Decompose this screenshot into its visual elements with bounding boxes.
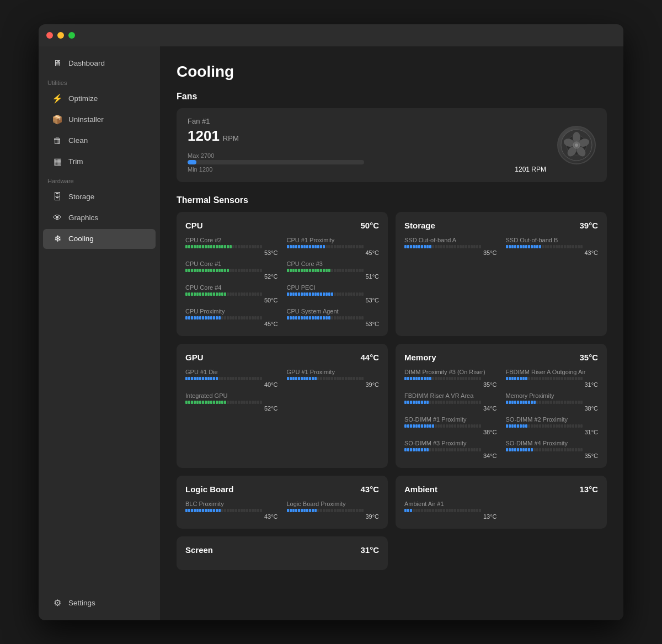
fan-rpm-unit: RPM (223, 134, 239, 142)
sidebar-item-cooling[interactable]: ❄ Cooling (43, 229, 156, 249)
storage-card-title: Storage (404, 221, 435, 230)
storage-card-header: Storage 39°C (404, 221, 598, 230)
sensor-bar (287, 509, 380, 512)
sensor-item-temp: 45°C (185, 321, 278, 327)
maximize-button[interactable] (68, 32, 75, 39)
sidebar-item-uninstaller[interactable]: 📦 Uninstaller (43, 110, 156, 130)
ambient-sensor-card: Ambient 13°C Ambient Air #113°C (396, 476, 607, 529)
sensor-item-name: CPU Core #1 (185, 260, 278, 267)
sensor-item-temp: 53°C (287, 297, 380, 304)
sensor-bar (185, 316, 278, 320)
sensor-item-name: SSD Out-of-band A (404, 237, 497, 243)
sensor-item: SO-DIMM #2 Proximity31°C (506, 416, 599, 435)
sensor-item-temp: 51°C (287, 273, 380, 280)
sensor-item-name: CPU Core #4 (185, 284, 278, 291)
sidebar-item-dashboard[interactable]: 🖥 Dashboard (43, 54, 156, 73)
gpu-sensor-card: GPU 44°C GPU #1 Die40°CGPU #1 Proximity3… (177, 344, 388, 468)
sensor-item: CPU Core #450°C (185, 284, 278, 304)
minimize-button[interactable] (57, 32, 64, 39)
sensor-item: SO-DIMM #1 Proximity38°C (404, 416, 497, 435)
sidebar-item-optimize[interactable]: ⚡ Optimize (43, 89, 156, 109)
sensor-item: SSD Out-of-band A35°C (404, 237, 497, 256)
page-title: Cooling (177, 63, 607, 81)
svg-point-2 (573, 132, 580, 143)
sensor-item-name: Integrated GPU (185, 392, 278, 399)
app-body: 🖥 Dashboard Utilities ⚡ Optimize 📦 Unins… (39, 46, 623, 620)
sensor-item: SO-DIMM #4 Proximity35°C (506, 440, 599, 459)
sensor-item-temp: 43°C (506, 249, 599, 256)
sensor-item: Memory Proximity38°C (506, 392, 599, 412)
logicboard-card-temp: 43°C (360, 485, 379, 494)
sensor-bar (287, 377, 380, 380)
sensor-item-temp: 38°C (404, 429, 497, 435)
storage-icon: 🗄 (52, 191, 63, 203)
sensor-item-name: DIMM Proximity #3 (On Riser) (404, 369, 497, 375)
sensor-bar (185, 377, 278, 380)
sidebar-label-dashboard: Dashboard (68, 59, 105, 67)
ambient-items-grid: Ambient Air #113°C (404, 501, 598, 520)
fan-rpm-value: 1201 (188, 127, 220, 145)
sidebar-item-graphics[interactable]: 👁 Graphics (43, 208, 156, 228)
sidebar-item-storage[interactable]: 🗄 Storage (43, 187, 156, 207)
sensor-item-temp: 34°C (404, 453, 497, 459)
sensor-item-name: BLC Proximity (185, 501, 278, 507)
cpu-sensor-card: CPU 50°C CPU Core #253°CCPU #1 Proximity… (177, 212, 388, 336)
memory-card-temp: 35°C (579, 353, 598, 362)
sensor-item: CPU System Agent53°C (287, 308, 380, 327)
storage-sensor-card: Storage 39°C SSD Out-of-band A35°CSSD Ou… (396, 212, 607, 336)
sensor-bar (404, 509, 497, 512)
sensor-item-name: FBDIMM Riser A Outgoing Air (506, 369, 599, 375)
sidebar-label-optimize: Optimize (68, 94, 98, 103)
sensor-item: DIMM Proximity #3 (On Riser)35°C (404, 369, 497, 388)
sensor-item-name: CPU Core #2 (185, 237, 278, 243)
gpu-card-header: GPU 44°C (185, 353, 379, 362)
fan-visual (557, 126, 596, 164)
sensor-bar (287, 269, 380, 272)
sidebar-label-graphics: Graphics (68, 214, 98, 222)
title-bar (39, 24, 623, 46)
sensor-item-temp: 52°C (185, 405, 278, 412)
sensor-item-temp: 40°C (185, 381, 278, 388)
sidebar-item-settings[interactable]: ⚙ Settings (43, 593, 156, 613)
sidebar-item-clean[interactable]: 🗑 Clean (43, 131, 156, 151)
sensor-bar (506, 401, 599, 404)
sensor-bar (506, 448, 599, 451)
gpu-card-title: GPU (185, 353, 204, 362)
sensor-bar (404, 424, 497, 428)
sensor-bar (185, 509, 278, 512)
clean-icon: 🗑 (52, 135, 63, 146)
sensor-item: SO-DIMM #3 Proximity34°C (404, 440, 497, 459)
sensor-bar (287, 245, 380, 248)
logicboard-card-title: Logic Board (185, 485, 234, 494)
screen-card-temp: 31°C (360, 545, 379, 555)
storage-items-grid: SSD Out-of-band A35°CSSD Out-of-band B43… (404, 237, 598, 256)
sidebar-label-storage: Storage (68, 193, 94, 201)
fan-max-label: Max 2700 (188, 152, 546, 159)
sensor-item-name: SSD Out-of-band B (506, 237, 599, 243)
svg-point-8 (575, 143, 578, 147)
sensor-item-temp: 52°C (185, 273, 278, 280)
fan-bar-fill (188, 160, 196, 164)
sensor-item-name: CPU PECI (287, 284, 380, 291)
fan-info: Fan #1 1201 RPM Max 2700 Min 1200 1201 R… (188, 117, 546, 173)
sensor-item: FBDIMM Riser A VR Area34°C (404, 392, 497, 412)
fan-card: Fan #1 1201 RPM Max 2700 Min 1200 1201 R… (177, 108, 607, 182)
sensor-bar (185, 292, 278, 296)
main-content: Cooling Fans Fan #1 1201 RPM Max 2700 (160, 46, 623, 620)
sensor-item-temp: 31°C (506, 381, 599, 388)
sensor-item-temp: 53°C (185, 249, 278, 256)
sensor-bar (185, 401, 278, 404)
sidebar-item-trim[interactable]: ▦ Trim (43, 152, 156, 172)
sensor-item: CPU Proximity45°C (185, 308, 278, 327)
screen-card-header: Screen 31°C (185, 545, 379, 555)
cooling-icon: ❄ (52, 233, 63, 244)
sensor-item-temp: 35°C (404, 381, 497, 388)
fan-bar-container: Max 2700 Min 1200 1201 RPM (188, 152, 546, 173)
fan-rpm-row: 1201 RPM (188, 127, 546, 145)
close-button[interactable] (46, 32, 53, 39)
sensor-item-name: CPU #1 Proximity (287, 237, 380, 243)
memory-items-grid: DIMM Proximity #3 (On Riser)35°CFBDIMM R… (404, 369, 598, 459)
sensor-item-temp: 50°C (185, 297, 278, 304)
memory-card-title: Memory (404, 353, 436, 362)
logicboard-items-grid: BLC Proximity43°CLogic Board Proximity39… (185, 501, 379, 520)
